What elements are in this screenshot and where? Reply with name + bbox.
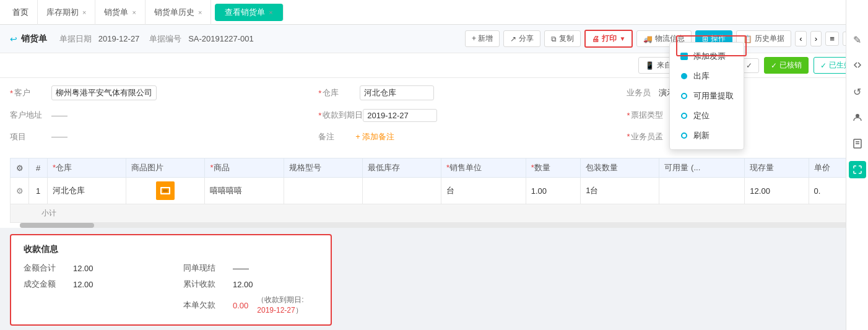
due-date-value: 2019-12-27	[257, 306, 295, 315]
doc-date: 单据日期 2019-12-27	[59, 33, 139, 45]
col-pack-qty: 包装数量	[581, 158, 659, 178]
right-sidebar: ✎ ↺	[846, 0, 868, 330]
nav-next-icon: ›	[815, 34, 817, 43]
new-label: + 新增	[472, 33, 493, 44]
dropdown-outbound[interactable]: 出库	[670, 66, 744, 86]
tab-sales[interactable]: 销货单 ×	[95, 0, 145, 25]
tab-sales-close[interactable]: ×	[132, 9, 136, 16]
product-table: ⚙ # *仓库 商品图片 *商品 规格型号 最低库存 *销售单位 *数量 包装数…	[10, 158, 858, 223]
dropdown-locate[interactable]: 定位	[670, 106, 744, 126]
scrollbar-thumb[interactable]	[20, 223, 94, 228]
sidebar-link-icon[interactable]	[849, 57, 866, 74]
summary-section: 收款信息 金额合计 12.00 同单现结 —— 成交金额 12.00 累计收款 …	[10, 234, 332, 326]
row-available	[659, 178, 745, 204]
tab-history[interactable]: 销货单历史 ×	[145, 0, 211, 25]
share-label: 分享	[519, 33, 534, 44]
col-stock: 现存量	[745, 158, 809, 178]
share-button[interactable]: ↗ 分享	[503, 30, 540, 47]
sidebar-rotate-icon[interactable]: ↺	[849, 83, 866, 100]
row-warehouse: 河北仓库	[48, 178, 126, 204]
print-label: 打印	[602, 33, 617, 44]
staff-label: 业务员	[627, 87, 651, 98]
check-icon: ✓	[746, 61, 752, 70]
table-area: ⚙ # *仓库 商品图片 *商品 规格型号 最低库存 *销售单位 *数量 包装数…	[0, 158, 868, 228]
tab-view-sales-label: 查看销货单	[225, 7, 265, 18]
total-amount-row: 金额合计 12.00	[24, 263, 158, 274]
already-cancelled-button[interactable]: ✓ 已核销	[764, 57, 809, 74]
row-gear: ⚙	[11, 178, 29, 204]
copy-label: 复制	[559, 33, 574, 44]
add-note-button[interactable]: 添加备注	[355, 131, 394, 142]
note-label: 备注	[318, 131, 355, 142]
sidebar-edit-icon[interactable]: ✎	[849, 31, 866, 48]
col-min-stock: 最低库存	[362, 158, 441, 178]
tab-history-label: 销货单历史	[154, 7, 194, 18]
table-scrollbar[interactable]	[20, 223, 848, 228]
nav-prev-icon: ‹	[799, 34, 802, 43]
print-icon: 🖨	[592, 35, 599, 43]
history-icon: 📋	[743, 35, 752, 43]
print-dropdown-icon: ▼	[619, 35, 625, 42]
arrears-row: 本单欠款 0.00 （收款到期日: 2019-12-27）	[183, 295, 318, 316]
nav-prev-button[interactable]: ‹	[795, 31, 806, 46]
table-scroll[interactable]: ⚙ # *仓库 商品图片 *商品 规格型号 最低库存 *销售单位 *数量 包装数…	[10, 158, 858, 223]
payment-date-label: 收款到期日	[323, 110, 363, 121]
col-product: *商品	[205, 158, 284, 178]
tab-inventory-label: 库存期初	[46, 7, 79, 18]
dropdown-menu: 添加发票 出库 可用量提取 定位 刷新	[669, 42, 744, 150]
print-button[interactable]: 🖨 打印 ▼	[584, 30, 633, 48]
history-button[interactable]: 📋 历史单据	[736, 30, 791, 47]
dropdown-add-invoice[interactable]: 添加发票	[670, 46, 744, 66]
tab-bar: 首页 库存期初 × 销货单 × 销货单历史 × 查看销货单 × ×	[0, 0, 868, 25]
view-list-button[interactable]: ≡	[825, 32, 839, 46]
doc-date-value: 2019-12-27	[98, 34, 140, 43]
dropdown-refresh[interactable]: 刷新	[670, 126, 744, 145]
tab-history-close[interactable]: ×	[198, 9, 202, 16]
staff2-required-mark: *	[627, 132, 630, 141]
nav-next-button[interactable]: ›	[810, 31, 822, 46]
payment-date-value[interactable]: 2019-12-27	[363, 109, 437, 122]
col-product-img: 商品图片	[126, 158, 205, 178]
tab-home[interactable]: 首页	[6, 0, 38, 25]
deal-amount-label: 成交金额	[24, 279, 67, 290]
sidebar-fullscreen-icon[interactable]	[849, 161, 866, 178]
sidebar-bookmark-icon[interactable]	[849, 135, 866, 152]
warehouse-value[interactable]: 河北仓库	[360, 85, 434, 100]
table-header-row: ⚙ # *仓库 商品图片 *商品 规格型号 最低库存 *销售单位 *数量 包装数…	[11, 158, 858, 178]
outbound-icon	[680, 72, 688, 80]
customer-value[interactable]: 柳州粤港平安气体有限公司	[51, 85, 157, 100]
new-button[interactable]: + 新增	[465, 30, 500, 47]
col-unit: *销售单位	[441, 158, 526, 178]
doc-number-value: SA-20191227-001	[188, 34, 254, 43]
deal-amount-row: 成交金额 12.00	[24, 279, 158, 290]
available-qty-label: 可用量提取	[693, 90, 734, 102]
dropdown-available-qty[interactable]: 可用量提取	[670, 86, 744, 106]
table-row: ⚙ 1 河北仓库 嘻嘻嘻嘻 台 1.00 1台 12.00	[11, 178, 858, 204]
summary-grid: 金额合计 12.00 同单现结 —— 成交金额 12.00 累计收款 12.00…	[24, 263, 318, 316]
tab-view-sales-close[interactable]: ×	[269, 9, 272, 16]
payment-date-required-mark: *	[318, 111, 321, 120]
col-gear: ⚙	[11, 158, 29, 178]
payment-date-field: * 收款到期日 2019-12-27	[318, 109, 627, 122]
tab-inventory[interactable]: 库存期初 ×	[38, 0, 95, 25]
doc-date-label: 单据日期	[59, 34, 92, 43]
row-product-img	[126, 178, 205, 204]
tab-view-sales[interactable]: 查看销货单 ×	[215, 4, 283, 21]
tab-inventory-close[interactable]: ×	[82, 9, 86, 16]
sidebar-user-icon[interactable]	[849, 109, 866, 126]
refresh-icon	[680, 131, 688, 140]
note-field: 备注 添加备注	[318, 131, 627, 142]
due-date-info: （收款到期日: 2019-12-27）	[257, 295, 318, 316]
cumulative-label: 累计收款	[183, 279, 227, 290]
copy-icon: ⧉	[551, 35, 557, 43]
copy-button[interactable]: ⧉ 复制	[544, 30, 581, 47]
cumulative-value: 12.00	[233, 280, 253, 289]
project-label: 项目	[10, 131, 47, 142]
same-order-settle-label: 同单现结	[183, 263, 227, 274]
logistics-icon: 🚚	[643, 35, 653, 43]
warehouse-required-mark: *	[318, 89, 321, 98]
outbound-label: 出库	[693, 71, 710, 82]
doc-number: 单据编号 SA-20191227-001	[149, 33, 253, 45]
check3-icon: ✓	[820, 61, 827, 70]
warehouse-field: * 仓库 河北仓库	[318, 85, 627, 100]
